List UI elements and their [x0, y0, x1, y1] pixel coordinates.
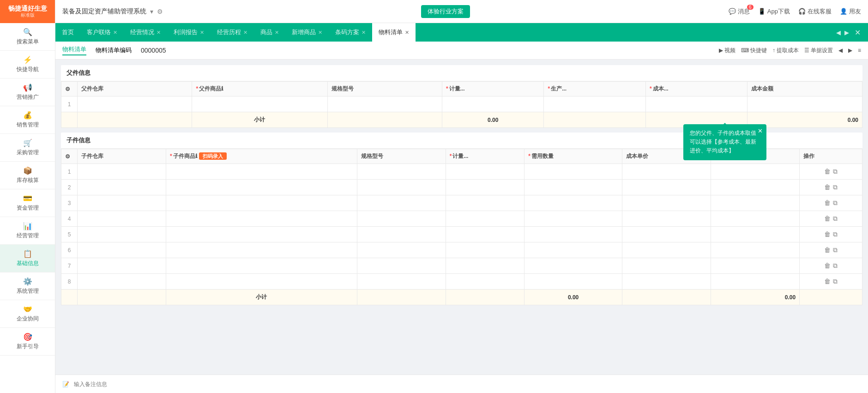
copy-icon-7[interactable]: ⧉: [833, 262, 838, 270]
child-row-unit-6[interactable]: [446, 242, 524, 258]
nav-tab-history[interactable]: 经营历程✕: [211, 23, 254, 42]
child-row-cost-price-4[interactable]: [622, 211, 711, 227]
child-row-spec-7[interactable]: [357, 258, 446, 274]
child-row-spec-1[interactable]: [357, 164, 446, 180]
parent-row-cost-amount[interactable]: [747, 97, 862, 112]
close-all-tabs[interactable]: ✕: [851, 28, 864, 37]
child-row-cost-amount-4[interactable]: [711, 211, 800, 227]
child-row-product-6[interactable]: [166, 242, 357, 258]
child-row-spec-8[interactable]: [357, 274, 446, 290]
tab-close-product[interactable]: ✕: [275, 30, 279, 36]
user-item[interactable]: 👤 用友: [840, 7, 861, 16]
delete-icon-6[interactable]: 🗑: [824, 246, 831, 254]
child-row-warehouse-4[interactable]: [78, 211, 166, 227]
note-input[interactable]: [74, 381, 861, 387]
tab-arrow-right[interactable]: ▶: [843, 29, 851, 36]
child-row-unit-4[interactable]: [446, 211, 524, 227]
extract-cost-btn[interactable]: ↑ 提取成本: [772, 47, 799, 54]
child-row-cost-amount-3[interactable]: [711, 195, 800, 211]
child-row-cost-price-1[interactable]: [622, 164, 711, 180]
delete-icon-4[interactable]: 🗑: [824, 215, 831, 223]
child-row-warehouse-5[interactable]: [78, 227, 166, 242]
child-row-product-4[interactable]: [166, 211, 357, 227]
child-row-cost-amount-8[interactable]: [711, 274, 800, 290]
sidebar-item-system[interactable]: ⚙️ 系统管理: [0, 272, 55, 300]
shortcut-btn[interactable]: ⌨ 快捷键: [741, 47, 767, 54]
copy-icon-2[interactable]: ⧉: [833, 183, 838, 191]
tab-close-operation_status[interactable]: ✕: [157, 30, 161, 36]
child-row-qty-4[interactable]: [524, 211, 622, 227]
delete-icon-1[interactable]: 🗑: [824, 168, 831, 175]
parent-row-production[interactable]: [544, 97, 646, 112]
tab-close-bom[interactable]: ✕: [405, 30, 409, 36]
parent-row-cost[interactable]: [645, 97, 747, 112]
settings-icon[interactable]: ⚙: [157, 8, 163, 15]
nav-tab-operation_status[interactable]: 经营情况✕: [124, 23, 167, 42]
child-row-warehouse-6[interactable]: [78, 242, 166, 258]
child-row-cost-price-3[interactable]: [622, 195, 711, 211]
child-row-qty-6[interactable]: [524, 242, 622, 258]
sidebar-item-enterprise[interactable]: 🤝 企业协同: [0, 300, 55, 328]
child-row-spec-6[interactable]: [357, 242, 446, 258]
child-row-warehouse-7[interactable]: [78, 258, 166, 274]
delete-icon-2[interactable]: 🗑: [824, 183, 831, 191]
sidebar-item-purchase[interactable]: 🛒 采购管理: [0, 134, 55, 162]
nav-tab-customer[interactable]: 客户联络✕: [80, 23, 124, 42]
child-row-product-7[interactable]: [166, 258, 357, 274]
copy-icon-6[interactable]: ⧉: [833, 246, 838, 254]
child-row-cost-amount-1[interactable]: [711, 164, 800, 180]
child-row-cost-price-7[interactable]: [622, 258, 711, 274]
child-row-warehouse-3[interactable]: [78, 195, 166, 211]
child-row-spec-5[interactable]: [357, 227, 446, 242]
tab-close-new_product[interactable]: ✕: [318, 30, 322, 36]
system-title-dropdown[interactable]: ▾: [150, 8, 153, 15]
child-row-qty-1[interactable]: [524, 164, 622, 180]
sidebar-item-operation[interactable]: 📊 经营管理: [0, 217, 55, 245]
app-download-item[interactable]: 📱 App下载: [758, 7, 790, 16]
sidebar-item-newbie[interactable]: 🎯 新手引导: [0, 328, 55, 356]
child-row-unit-8[interactable]: [446, 274, 524, 290]
service-item[interactable]: 🎧 在线客服: [798, 7, 832, 16]
child-row-product-8[interactable]: [166, 274, 357, 290]
child-row-product-3[interactable]: [166, 195, 357, 211]
child-row-qty-7[interactable]: [524, 258, 622, 274]
nav-tab-new_product[interactable]: 新增商品✕: [285, 23, 329, 42]
child-row-cost-amount-2[interactable]: [711, 180, 800, 195]
child-row-cost-price-5[interactable]: [622, 227, 711, 242]
parent-row-spec[interactable]: [327, 97, 442, 112]
child-row-unit-1[interactable]: [446, 164, 524, 180]
sidebar-item-base[interactable]: 📋 基础信息: [0, 245, 55, 272]
tab-close-profit[interactable]: ✕: [200, 30, 204, 36]
child-row-qty-2[interactable]: [524, 180, 622, 195]
child-row-cost-price-8[interactable]: [622, 274, 711, 290]
delete-icon-8[interactable]: 🗑: [824, 278, 831, 285]
delete-icon-7[interactable]: 🗑: [824, 262, 831, 270]
child-row-spec-3[interactable]: [357, 195, 446, 211]
child-row-product-1[interactable]: [166, 164, 357, 180]
tab-arrow-left[interactable]: ◀: [834, 29, 843, 36]
child-row-warehouse-1[interactable]: [78, 164, 166, 180]
child-row-spec-4[interactable]: [357, 211, 446, 227]
child-row-cost-price-2[interactable]: [622, 180, 711, 195]
child-row-unit-2[interactable]: [446, 180, 524, 195]
copy-icon-8[interactable]: ⧉: [833, 278, 838, 285]
child-row-qty-5[interactable]: [524, 227, 622, 242]
sidebar-item-inventory[interactable]: 📦 库存核算: [0, 162, 55, 189]
child-row-qty-3[interactable]: [524, 195, 622, 211]
copy-icon-5[interactable]: ⧉: [833, 230, 838, 238]
sidebar-item-search[interactable]: 🔍 搜索菜单: [0, 23, 55, 51]
child-row-cost-price-6[interactable]: [622, 242, 711, 258]
nav-tab-home[interactable]: 首页: [55, 23, 80, 42]
tooltip-close-btn[interactable]: ✕: [758, 127, 763, 136]
child-row-product-2[interactable]: [166, 180, 357, 195]
child-row-cost-amount-6[interactable]: [711, 242, 800, 258]
nav-tab-barcode[interactable]: 条码方案✕: [329, 23, 372, 42]
parent-row-product[interactable]: [192, 97, 327, 112]
nav-tab-bom[interactable]: 物料清单✕: [372, 23, 416, 42]
delete-icon-3[interactable]: 🗑: [824, 199, 831, 207]
child-row-cost-amount-7[interactable]: [711, 258, 800, 274]
tab-close-history[interactable]: ✕: [243, 30, 247, 36]
nav-tab-profit[interactable]: 利润报告✕: [167, 23, 211, 42]
sub-tab-bom[interactable]: 物料清单: [62, 45, 86, 55]
view-video-btn[interactable]: ▶ 视频: [719, 47, 735, 54]
